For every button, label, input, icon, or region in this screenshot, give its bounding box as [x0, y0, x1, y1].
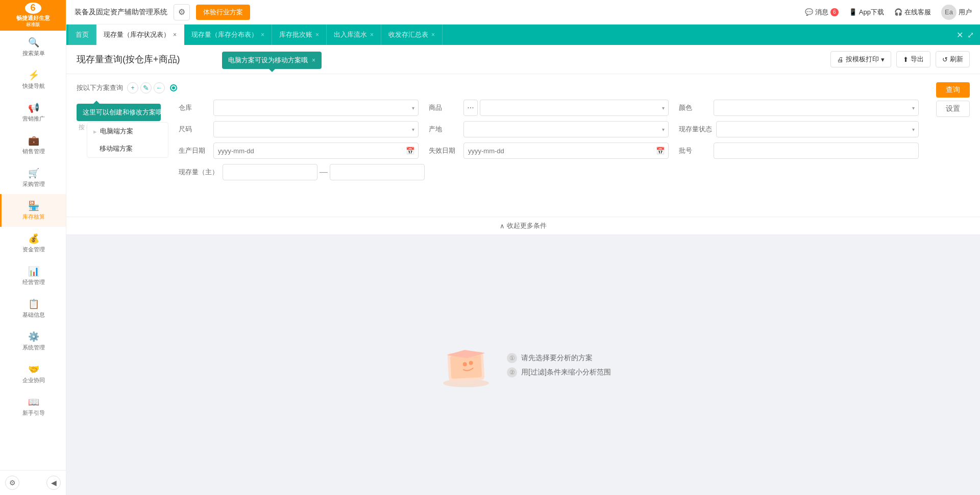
service-button[interactable]: 🎧 在线客服 [894, 8, 931, 17]
sidebar-item-label: 采购管理 [22, 180, 45, 188]
sidebar-item-search[interactable]: 🔍 搜索菜单 [0, 31, 66, 63]
logo-symbol: 6 [30, 3, 35, 13]
close-all-tabs-button[interactable]: ✕ [957, 30, 963, 40]
svg-rect-2 [450, 354, 482, 379]
filter-row-warehouse: 仓库 ▾ [179, 100, 419, 116]
tab-inout[interactable]: 出入库流水 × [327, 25, 381, 45]
search-button[interactable]: 查询 [936, 82, 970, 98]
tab-home-label: 首页 [76, 30, 89, 39]
scheme-item-pc[interactable]: ▸ 电脑端方案 [87, 123, 168, 140]
main-content: 装备及固定资产辅助管理系统 ⚙ 体验行业方案 💬 消息 6 📱 App下载 🎧 … [66, 0, 980, 495]
collapse-button[interactable]: ∧ 收起更多条件 [500, 221, 547, 230]
chevron-right-icon: ▸ [93, 128, 97, 135]
warehouse-select[interactable] [213, 100, 419, 116]
tab-home[interactable]: 首页 [68, 25, 96, 45]
chevron-down-icon: ▾ [881, 56, 885, 63]
industry-button[interactable]: 体验行业方案 [196, 5, 250, 20]
print-icon: 🖨 [837, 56, 844, 63]
sidebar-item-basic[interactable]: 📋 基础信息 [0, 292, 66, 325]
stock-main-to-input[interactable] [330, 164, 425, 180]
dot-indicator [171, 85, 176, 90]
filter-row-expire-date: 失效日期 📅 [429, 143, 669, 159]
tab-close-icon[interactable]: × [370, 31, 374, 38]
inventory-icon: 🏪 [28, 200, 39, 211]
color-select[interactable] [714, 100, 919, 116]
tab-bar-right: ✕ ⤢ [952, 25, 978, 45]
sidebar-item-marketing[interactable]: 📢 营销推广 [0, 96, 66, 129]
page-header: 现存量查询(按仓库+商品) 🖨 按模板打印 ▾ ⬆ 导出 ↺ 刷新 [66, 45, 980, 74]
user-button[interactable]: Ea 用户 [941, 5, 972, 20]
sidebar-item-label: 新手引导 [22, 409, 45, 417]
sidebar-item-quick[interactable]: ⚡ 快捷导航 [0, 63, 66, 96]
message-icon: 💬 [805, 8, 813, 16]
sidebar-item-guide[interactable]: 📖 新手引导 [0, 390, 66, 423]
origin-select[interactable] [463, 121, 669, 137]
print-button[interactable]: 🖨 按模板打印 ▾ [830, 51, 891, 67]
message-button[interactable]: 💬 消息 6 [805, 8, 839, 17]
sidebar-logo: 6 畅捷通好生意 标准版 [0, 0, 66, 31]
edit-scheme-button[interactable]: ✎ [140, 82, 152, 93]
goods-label: 商品 [429, 103, 459, 112]
app-label: App下载 [859, 8, 884, 17]
add-scheme-button[interactable]: + [127, 82, 138, 93]
tab-batch-label: 库存批次账 [279, 30, 312, 39]
app-icon: 📱 [849, 8, 857, 16]
maximize-button[interactable]: ⤢ [967, 30, 974, 40]
size-label: 尺码 [179, 125, 209, 134]
scheme-item-mobile[interactable]: 移动端方案 [87, 140, 168, 157]
stock-main-from-input[interactable] [223, 164, 317, 180]
sidebar-item-business[interactable]: 📊 经营管理 [0, 260, 66, 292]
tab-close-icon[interactable]: × [431, 31, 435, 38]
stock-status-select[interactable] [716, 121, 919, 137]
avatar: Ea [941, 5, 957, 20]
expire-date-input[interactable] [463, 143, 669, 159]
sidebar-item-system[interactable]: ⚙️ 系统管理 [0, 325, 66, 358]
tab-batch[interactable]: 库存批次账 × [272, 25, 327, 45]
sidebar-nav: 🔍 搜索菜单 ⚡ 快捷导航 📢 营销推广 💼 销售管理 🛒 采购管理 🏪 库存核… [0, 31, 66, 470]
sidebar-item-purchase[interactable]: 🛒 采购管理 [0, 161, 66, 194]
tooltip-create-close[interactable]: × [166, 109, 170, 116]
tab-collect-label: 收发存汇总表 [388, 30, 428, 39]
origin-select-wrapper: ▾ [463, 121, 669, 137]
header-left: 装备及固定资产辅助管理系统 ⚙ 体验行业方案 [75, 4, 250, 20]
app-download-button[interactable]: 📱 App下载 [849, 8, 884, 17]
tab-close-icon[interactable]: × [315, 31, 319, 38]
batch-no-input[interactable] [714, 143, 919, 159]
export-button[interactable]: ⬆ 导出 [896, 51, 930, 67]
quick-icon: ⚡ [28, 69, 39, 81]
empty-icon [435, 335, 497, 396]
refresh-button[interactable]: ↺ 刷新 [936, 51, 970, 67]
tab-inventory-dist[interactable]: 现存量（库存分布表） × [184, 25, 272, 45]
settings-button[interactable]: ⚙ [5, 476, 19, 490]
prod-date-input[interactable] [213, 143, 419, 159]
tab-collect[interactable]: 收发存汇总表 × [381, 25, 443, 45]
warehouse-label: 仓库 [179, 103, 209, 112]
header-settings-button[interactable]: ⚙ [174, 4, 190, 20]
prod-date-calendar-icon[interactable]: 📅 [406, 147, 414, 155]
tab-inventory-status[interactable]: 现存量（库存状况表） × [96, 25, 184, 45]
sidebar-item-sales[interactable]: 💼 销售管理 [0, 129, 66, 161]
goods-dots-button[interactable]: ··· [463, 100, 478, 116]
tooltip-pc-close[interactable]: × [312, 57, 315, 64]
goods-field-group: ··· ▾ [463, 100, 669, 116]
tab-close-icon[interactable]: × [173, 31, 177, 38]
filter-fields: 仓库 ▾ 商品 ··· ▾ [179, 100, 970, 180]
collapse-sidebar-button[interactable]: ◀ [46, 476, 61, 490]
sidebar-item-enterprise[interactable]: 🤝 企业协同 [0, 358, 66, 390]
scheme-pc-label: 电脑端方案 [100, 127, 133, 136]
filter-row-origin: 产地 ▾ [429, 121, 669, 137]
tab-close-icon[interactable]: × [261, 31, 264, 38]
sidebar-item-inventory[interactable]: 🏪 库存核算 [0, 194, 66, 227]
sidebar-item-finance[interactable]: 💰 资金管理 [0, 227, 66, 260]
color-label: 颜色 [679, 103, 709, 112]
goods-select[interactable] [480, 100, 669, 116]
query-button-group: 查询 设置 [936, 82, 970, 117]
expire-date-calendar-icon[interactable]: 📅 [656, 147, 665, 155]
guide-icon: 📖 [28, 396, 39, 408]
back-button[interactable]: ← [154, 82, 165, 93]
tooltip-pc-text: 电脑方案可设为移动方案哦 [228, 56, 308, 65]
logo-badge: 标准版 [26, 21, 40, 28]
size-select[interactable] [213, 121, 419, 137]
size-select-wrapper: ▾ [213, 121, 419, 137]
reset-button[interactable]: 设置 [936, 101, 970, 117]
